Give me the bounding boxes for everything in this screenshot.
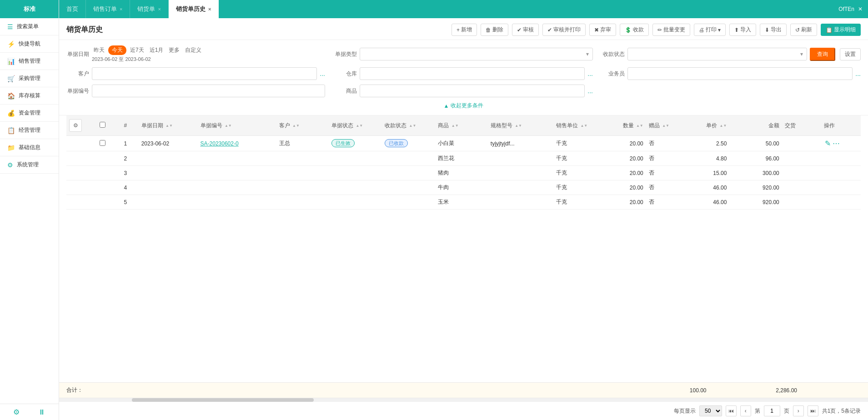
more-btn[interactable]: ⋯ xyxy=(833,140,840,147)
show-detail-button[interactable]: 📋 显示明细 xyxy=(821,24,861,36)
sidebar-item-purchase-mgmt[interactable]: 🛒 采购管理 xyxy=(0,70,59,87)
col-price-header[interactable]: 单价 ▲▼ xyxy=(683,115,729,136)
customer-select-icon[interactable]: ... xyxy=(320,70,325,77)
product-select-icon[interactable]: ... xyxy=(587,87,593,95)
settings-bottom-icon[interactable]: ⚙ xyxy=(13,408,20,416)
prev-page-btn[interactable]: ‹ xyxy=(740,405,751,416)
product-sort-icon[interactable]: ▲▼ xyxy=(452,124,459,128)
gift-sort-icon[interactable]: ▲▼ xyxy=(662,124,669,128)
spec-sort-icon[interactable]: ▲▼ xyxy=(515,124,522,128)
print-button[interactable]: 🖨 打印 ▾ xyxy=(694,24,726,36)
row-sn-cell[interactable] xyxy=(198,195,276,210)
warehouse-input[interactable] xyxy=(360,67,585,80)
col-checkbox-header[interactable] xyxy=(93,115,112,136)
sidebar-item-quick-nav[interactable]: ⚡ 快捷导航 xyxy=(0,35,59,53)
row-amount-cell: 96.00 xyxy=(729,151,782,166)
pay-status-select[interactable]: ▾ xyxy=(627,48,807,60)
row-checkbox-cell[interactable] xyxy=(93,136,112,151)
tab-sales-delivery-close[interactable]: × xyxy=(158,6,161,12)
row-checkbox-cell[interactable] xyxy=(93,166,112,180)
add-button[interactable]: + 新增 xyxy=(452,24,477,36)
col-product-header[interactable]: 商品 ▲▼ xyxy=(435,115,487,136)
scrollbar-thumb[interactable] xyxy=(132,398,314,402)
row-sn-cell[interactable]: SA-20230602-0 xyxy=(198,136,276,151)
row-sn-cell[interactable] xyxy=(198,180,276,195)
col-settings-btn[interactable]: ⚙ xyxy=(69,119,82,132)
tab-home[interactable]: 首页 xyxy=(59,0,86,18)
unit-sort-icon[interactable]: ▲▼ xyxy=(580,124,587,128)
col-qty-header[interactable]: 数量 ▲▼ xyxy=(607,115,646,136)
col-gift-header[interactable]: 赠品 ▲▼ xyxy=(646,115,684,136)
customer-sort-icon[interactable]: ▲▼ xyxy=(292,124,300,128)
collapse-button[interactable]: ▲ 收起更多条件 xyxy=(444,102,484,110)
date-1month-btn[interactable]: 近1月 xyxy=(148,45,166,55)
sidebar-item-operations[interactable]: 📋 经营管理 xyxy=(0,122,59,139)
query-button[interactable]: 查询 xyxy=(810,48,835,61)
delete-button[interactable]: 🗑 删除 xyxy=(481,24,508,36)
col-customer-header[interactable]: 客户 ▲▼ xyxy=(276,115,329,136)
edit-btn[interactable]: ✎ xyxy=(825,140,831,147)
doc-status-sort-icon[interactable]: ▲▼ xyxy=(356,124,363,128)
col-sn-header[interactable]: 单据编号 ▲▼ xyxy=(198,115,276,136)
row-sn-cell[interactable] xyxy=(198,151,276,166)
first-page-btn[interactable]: ⏮ xyxy=(726,405,737,416)
last-page-btn[interactable]: ⏭ xyxy=(808,405,818,416)
batch-change-button[interactable]: ✏ 批量变更 xyxy=(652,24,690,36)
export-button[interactable]: ⬇ 导出 xyxy=(760,24,787,36)
product-input[interactable] xyxy=(360,85,585,97)
import-button[interactable]: ⬆ 导入 xyxy=(729,24,756,36)
date-custom-btn[interactable]: 自定义 xyxy=(183,45,203,55)
date-7days-btn[interactable]: 近7天 xyxy=(128,45,146,55)
col-pay-status-header[interactable]: 收款状态 ▲▼ xyxy=(382,115,435,136)
page-size-select[interactable]: 50 100 200 xyxy=(699,405,722,416)
topbar-close-btn[interactable]: ✕ xyxy=(858,6,863,12)
date-today-btn[interactable]: 今天 xyxy=(108,45,126,55)
pay-status-sort-icon[interactable]: ▲▼ xyxy=(409,124,416,128)
row-checkbox-cell[interactable] xyxy=(93,195,112,210)
price-sort-icon[interactable]: ▲▼ xyxy=(719,124,727,128)
refresh-button[interactable]: ↺ 刷新 xyxy=(790,24,817,36)
doc-type-select[interactable]: ▾ xyxy=(360,48,593,60)
date-more-btn[interactable]: 更多 xyxy=(167,45,181,55)
row-checkbox-cell[interactable] xyxy=(93,180,112,195)
col-doc-status-header[interactable]: 单据状态 ▲▼ xyxy=(329,115,382,136)
tab-sales-history[interactable]: 销货单历史 × xyxy=(169,0,219,18)
sidebar-item-finance[interactable]: 💰 资金管理 xyxy=(0,105,59,122)
row-sn-cell[interactable] xyxy=(198,166,276,180)
tab-sales-order[interactable]: 销售订单 × xyxy=(86,0,130,18)
sidebar-item-sales-mgmt[interactable]: 📊 销售管理 xyxy=(0,53,59,70)
col-spec-header[interactable]: 规格型号 ▲▼ xyxy=(488,115,553,136)
page-number-input[interactable] xyxy=(764,405,780,416)
qty-sort-icon[interactable]: ▲▼ xyxy=(636,124,643,128)
select-all-checkbox[interactable] xyxy=(100,122,105,128)
sn-link[interactable]: SA-20230602-0 xyxy=(201,140,239,147)
sales-rep-input[interactable] xyxy=(627,67,853,80)
next-page-btn[interactable]: › xyxy=(793,405,804,416)
row-checkbox[interactable] xyxy=(100,140,105,146)
audit-button[interactable]: ✔ 审核 xyxy=(512,24,539,36)
sidebar-item-search[interactable]: ☰ 搜索菜单 xyxy=(0,18,59,35)
customer-input[interactable] xyxy=(92,67,317,80)
warehouse-select-icon[interactable]: ... xyxy=(587,70,593,77)
sales-rep-select-icon[interactable]: ... xyxy=(855,70,861,77)
tab-sales-history-close[interactable]: × xyxy=(208,6,211,12)
pause-icon[interactable]: ⏸ xyxy=(38,408,45,416)
tab-sales-order-close[interactable]: × xyxy=(120,6,122,12)
horizontal-scrollbar[interactable] xyxy=(59,398,868,401)
collect-button[interactable]: 💲 收款 xyxy=(620,24,649,36)
row-checkbox-cell[interactable] xyxy=(93,151,112,166)
sidebar-item-inventory[interactable]: 🏠 库存核算 xyxy=(0,87,59,105)
sidebar-item-base-info[interactable]: 📁 基础信息 xyxy=(0,139,59,156)
sidebar-item-system[interactable]: ⚙ 系统管理 xyxy=(0,156,59,174)
date-sort-icon[interactable]: ▲▼ xyxy=(166,124,173,128)
col-gear-header[interactable]: ⚙ xyxy=(66,115,93,136)
col-date-header[interactable]: 单据日期 ▲▼ xyxy=(139,115,198,136)
setting-button[interactable]: 设置 xyxy=(840,48,861,60)
abandon-button[interactable]: ✖ 弃审 xyxy=(589,24,616,36)
col-unit-header[interactable]: 销售单位 ▲▼ xyxy=(553,115,607,136)
doc-number-input[interactable] xyxy=(92,85,325,97)
audit-print-button[interactable]: ✔ 审核并打印 xyxy=(542,24,586,36)
date-yesterday-btn[interactable]: 昨天 xyxy=(92,45,106,55)
tab-sales-delivery[interactable]: 销货单 × xyxy=(130,0,168,18)
sn-sort-icon[interactable]: ▲▼ xyxy=(225,124,232,128)
